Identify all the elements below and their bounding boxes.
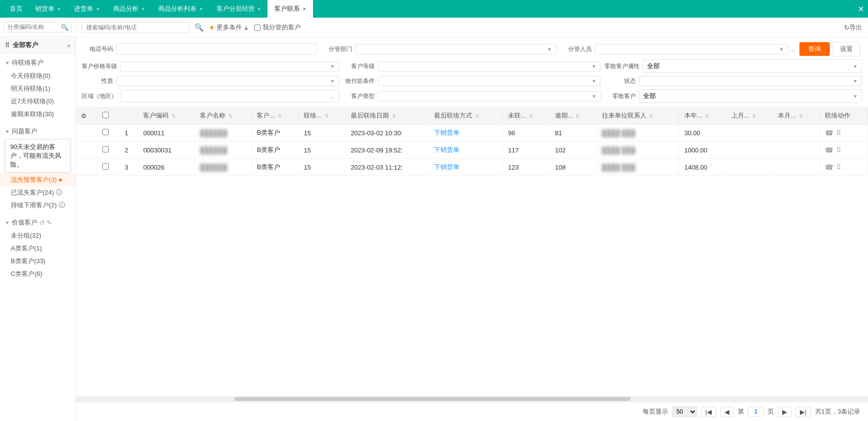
- sidebar-item-a-class[interactable]: A类客户(1): [0, 242, 75, 255]
- region-dots-icon[interactable]: ...: [330, 93, 335, 100]
- person-dots-icon[interactable]: ...: [790, 46, 796, 53]
- action-icon-chat-2[interactable]: ☎: [825, 146, 833, 154]
- col-last-contact-method[interactable]: 最后联络方式 ⇅: [429, 107, 503, 124]
- filter-price-level-select[interactable]: ▼: [120, 61, 339, 72]
- per-page-select[interactable]: 50 100 200: [672, 406, 697, 417]
- sidebar-item-tomorrow[interactable]: 明天待联络(1): [0, 82, 75, 95]
- settings-button[interactable]: 设置: [833, 42, 860, 56]
- filter-person-label: 分管人员: [560, 45, 595, 53]
- method-link-2[interactable]: 下销货单: [434, 146, 459, 153]
- col-customer-name[interactable]: 客户名称 ⇅: [195, 107, 252, 124]
- action-icon-chat-3[interactable]: ☎: [825, 163, 833, 171]
- close-customer-layer-icon[interactable]: ×: [258, 6, 261, 12]
- filter-customer-level-select[interactable]: ▼: [378, 61, 601, 72]
- sidebar-item-churn-warning[interactable]: 流失预警客户(3) ●: [0, 173, 75, 186]
- nav-tab-customer-contact[interactable]: 客户联系 ×: [267, 0, 313, 18]
- col-customer-code[interactable]: 客户编码 ⇅: [138, 107, 195, 124]
- col-last-contact-date[interactable]: 最后联络日期 ⇅: [345, 107, 429, 124]
- close-all-button[interactable]: ✕: [858, 4, 864, 14]
- row2-checkbox[interactable]: [102, 146, 109, 152]
- sidebar-item-b-class[interactable]: B类客户(33): [0, 255, 75, 268]
- cell-year-2: 1000.00: [679, 142, 726, 159]
- filter-nature-select[interactable]: ▼: [116, 76, 339, 86]
- filter-customer-type-select[interactable]: ▼: [378, 91, 601, 101]
- sidebar-item-overdue[interactable]: 逾期未联络(30): [0, 108, 75, 121]
- scrollbar-thumb[interactable]: [234, 397, 630, 401]
- collapse-sidebar-icon[interactable]: «: [67, 42, 71, 49]
- close-sales-icon[interactable]: ×: [57, 6, 60, 12]
- method-link-1[interactable]: 下销货单: [434, 129, 459, 136]
- filter-dept-select[interactable]: ▼: [355, 44, 556, 54]
- method-link-3[interactable]: 下销货单: [434, 163, 459, 171]
- blurred-name-1: ██████: [200, 129, 227, 137]
- nav-home[interactable]: 首页: [4, 0, 28, 18]
- filter-phone-input[interactable]: [116, 43, 317, 55]
- action-icon-more-2[interactable]: ⠿: [836, 146, 841, 154]
- filter-person-select[interactable]: ▼: [595, 44, 788, 54]
- filter-retail-customer-select[interactable]: 全部 ▼: [639, 89, 862, 103]
- filter-region-select[interactable]: ...: [120, 90, 339, 102]
- row1-checkbox[interactable]: [102, 129, 109, 135]
- filter-payment-select[interactable]: ▼: [378, 76, 601, 86]
- sidebar-item-7days[interactable]: 近7天待联络(0): [0, 95, 75, 108]
- close-purchase-icon[interactable]: ×: [96, 6, 99, 12]
- page-number-input[interactable]: [748, 407, 764, 417]
- col-overdue[interactable]: 逾期... ⇅: [550, 107, 597, 124]
- search-input[interactable]: [82, 22, 190, 33]
- select-all-checkbox[interactable]: [102, 112, 109, 118]
- close-analysis-list-icon[interactable]: ×: [199, 6, 202, 12]
- next-page-button[interactable]: ▶: [778, 407, 792, 417]
- sidebar-item-today[interactable]: 今天待联络(0): [0, 70, 75, 82]
- nav-tab-purchase[interactable]: 进货单 ×: [67, 0, 106, 18]
- prev-page-button[interactable]: ◀: [720, 407, 734, 417]
- nav-tab-customer-layer[interactable]: 客户分层经营 ×: [210, 0, 267, 18]
- col-this-year[interactable]: 本年... ⇅: [679, 107, 726, 124]
- col-contact[interactable]: 联络... ⇅: [299, 107, 346, 124]
- col-action: 联络动作: [820, 107, 868, 124]
- edit-value-icon[interactable]: ✎: [47, 219, 52, 226]
- col-last-month[interactable]: 上月... ⇅: [726, 107, 773, 124]
- col-customer-type[interactable]: 客户... ⇅: [252, 107, 299, 124]
- query-button[interactable]: 查询: [799, 42, 830, 56]
- sidebar-section-problem: ▼ 问题客户 90天未交易的客户，可能有流失风险。 流失预警客户(3) ● 已流…: [0, 123, 75, 214]
- sidebar-item-c-class[interactable]: C类客户(6): [0, 268, 75, 280]
- close-customer-contact-icon[interactable]: ×: [303, 6, 306, 12]
- last-page-button[interactable]: ▶|: [796, 407, 811, 417]
- cell-uncontacted-3: 123: [503, 159, 550, 176]
- nav-tab-analysis[interactable]: 商品分析 ×: [106, 0, 151, 18]
- nav-tab-sales[interactable]: 销货单 ×: [28, 0, 67, 18]
- sidebar-group-pending[interactable]: ▼ 待联络客户: [0, 56, 75, 70]
- sidebar-group-problem[interactable]: ▼ 问题客户: [0, 124, 75, 138]
- close-analysis-icon[interactable]: ×: [142, 6, 145, 12]
- tomorrow-contact-label: 明天待联络(1): [11, 85, 50, 92]
- more-filter-button[interactable]: ▼ 更多条件 ▲: [209, 23, 249, 32]
- nav-tab-analysis-list[interactable]: 商品分析列表 ×: [151, 0, 209, 18]
- page-label: 第: [738, 407, 744, 416]
- sidebar-group-value[interactable]: ▼ 价值客户 ↺ ✎: [0, 216, 75, 229]
- search-button[interactable]: 🔍: [194, 23, 204, 32]
- sidebar-item-declining[interactable]: 持续下滑客户(2) ⓘ: [0, 199, 75, 212]
- sidebar-item-churned[interactable]: 已流失客户(24) ⓘ: [0, 186, 75, 199]
- action-icon-more-3[interactable]: ⠿: [836, 163, 841, 171]
- sidebar-all-customers[interactable]: ⠿ 全部客户 «: [0, 37, 75, 54]
- filter-status-select[interactable]: ▼: [639, 76, 862, 86]
- filter-retail-attr-select[interactable]: 全部 ▼: [643, 59, 862, 73]
- filter-status: 状态 ▼: [604, 76, 862, 86]
- action-icon-more-1[interactable]: ⠿: [836, 129, 841, 137]
- col-unit-contact[interactable]: 往来单位联系人 ⇅: [597, 107, 679, 124]
- action-icon-chat-1[interactable]: ☎: [825, 129, 833, 137]
- export-button[interactable]: ↻ 导出: [844, 23, 862, 32]
- horizontal-scrollbar[interactable]: [76, 396, 868, 402]
- first-page-button[interactable]: |◀: [701, 407, 716, 417]
- row3-checkbox[interactable]: [102, 163, 109, 170]
- refresh-value-icon[interactable]: ↺: [39, 219, 45, 226]
- col-settings[interactable]: ⚙: [76, 107, 97, 124]
- col-this-month[interactable]: 本月... ⇅: [773, 107, 820, 124]
- nav-tab-analysis-list-label: 商品分析列表: [158, 4, 196, 13]
- sidebar-item-ungrouped[interactable]: 未分组(32): [0, 229, 75, 242]
- filter-price-level-label: 客户价格等级: [82, 62, 120, 71]
- retail-customer-arrow-icon: ▼: [853, 94, 858, 99]
- col-uncontacted[interactable]: 未联... ⇅: [503, 107, 550, 124]
- problem-tooltip: 90天未交易的客户，可能有流失风险。: [5, 139, 71, 173]
- my-customer-checkbox[interactable]: [254, 25, 261, 31]
